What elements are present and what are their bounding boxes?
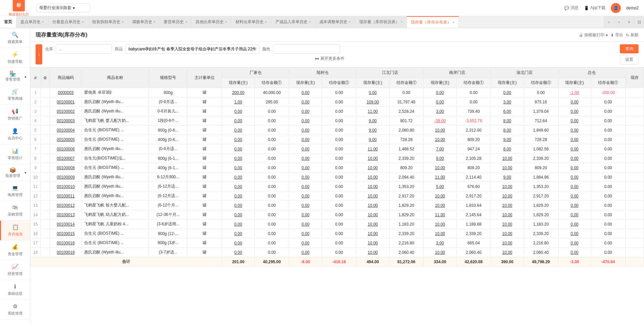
cell-yb-qty[interactable]: 9.00 [491,135,524,144]
cell-cj-qty[interactable]: 0.00 [222,173,255,182]
cell-yb-qty[interactable]: 10.00 [491,238,524,248]
sidebar-item-inventory[interactable]: 📋 库存核算 [0,221,30,240]
cell-jb-qty[interactable]: 10.00 [356,173,389,182]
company-selector[interactable]: 母婴行业演示陈套 ▾ [36,3,90,12]
cell-cj-qty[interactable]: 0.00 [222,238,255,248]
cell-yb-qty[interactable]: 10.00 [491,201,524,210]
sidebar-item-search[interactable]: 🔍 搜索英单 [0,28,30,48]
cell-na-qty[interactable]: 11.00 [424,210,457,220]
cell-lc-qty[interactable]: 0.00 [289,97,322,107]
cell-na-qty[interactable]: 10.00 [424,126,457,135]
cell-cj-qty[interactable]: 0.00 [222,154,255,163]
cell-jb-qty[interactable]: 10.00 [356,182,389,191]
cell-na-qty[interactable]: 10.00 [424,201,457,210]
cell-zg-qty[interactable]: 0.00 [558,116,591,126]
cell-na-qty[interactable]: 10.00 [424,191,457,201]
cell-zg-qty[interactable]: 0.00 [558,173,591,182]
cell-zg-qty[interactable]: 0.00 [558,238,591,248]
tab-kuanzhuang-close[interactable]: × [401,20,403,24]
cell-cj-qty[interactable]: 0.00 [222,116,255,126]
tab-diaopo[interactable]: 调拨单历史 × [128,16,160,28]
sidebar-item-purchase[interactable]: 🛍 采购管理 [0,201,30,221]
cell-zg-qty[interactable]: 0.00 [558,144,591,154]
tab-cailiao[interactable]: 材料出库单历史 × [231,16,271,28]
tab-chengben-close[interactable]: × [349,20,351,24]
cell-code[interactable]: 00100003 [50,116,82,126]
cell-zg-qty[interactable]: 0.00 [558,126,591,135]
sidebar-item-finance[interactable]: 💰 资金管理 [0,240,30,260]
export-btn[interactable]: ⬇ 导出 [610,32,623,38]
cell-cj-qty[interactable]: 0.00 [222,135,255,144]
cell-code[interactable]: 00100004 [50,126,82,135]
cell-zg-qty[interactable]: 0.00 [558,135,591,144]
cell-yb-qty[interactable]: 6.00 [491,107,524,116]
tab-current[interactable]: 现存量（库存分布表） × [407,16,459,28]
sidebar-item-retail[interactable]: 🏪 零售管理 ▲ [0,68,30,85]
cell-yb-qty[interactable]: 10.00 [491,163,524,173]
cell-cj-qty[interactable]: 0.00 [222,220,255,229]
cell-na-qty[interactable]: 10.00 [424,229,457,238]
cell-jb-qty[interactable]: 109.00 [356,97,389,107]
cell-jb-qty[interactable]: 10.00 [356,229,389,238]
cell-na-qty[interactable]: 3.00 [424,107,457,116]
tab-yaohuo[interactable]: 要货单历史 × [160,16,192,28]
tab-next-btn[interactable]: › [614,16,624,28]
cell-jb-qty[interactable]: 9.00 [356,126,389,135]
cell-code[interactable]: 00100002 [50,107,82,116]
print-btn[interactable]: 🖨 按模板打印 ▾ [579,32,608,38]
cell-zg-qty[interactable]: 0.00 [558,210,591,220]
sidebar-item-mall[interactable]: 🛒 零售商城 [0,85,30,105]
cell-zg-qty[interactable]: 0.00 [558,107,591,116]
sidebar-item-stats[interactable]: 📊 零售统计 [0,144,30,164]
cell-cj-qty[interactable]: 200.00 [222,88,255,97]
tab-close-all-btn[interactable]: × [624,16,634,28]
expand-conditions-btn[interactable]: ▾▾ 展开更多条件 [315,56,344,61]
tab-expand-btn[interactable]: ⊡ [634,16,644,28]
cell-zg-qty[interactable]: 0.00 [558,191,591,201]
cell-code[interactable]: 00100011 [50,191,82,201]
cell-jb-qty[interactable]: 10.00 [356,210,389,220]
tab-zuhe-close[interactable]: × [122,20,124,24]
cell-cj-qty[interactable]: 0.00 [222,229,255,238]
cell-cj-qty[interactable]: 0.00 [222,248,255,257]
sidebar-item-ecom[interactable]: 💻 电商管理 [0,181,30,201]
cell-lc-qty[interactable]: 0.00 [289,201,322,210]
cell-zg-qty[interactable]: 0.00 [558,154,591,163]
sidebar-item-wholesale[interactable]: 📦 批发管理 ▼ [0,164,30,181]
cell-lc-qty[interactable]: 0.00 [289,248,322,257]
tab-fenpandian-close[interactable]: × [82,20,84,24]
refresh-btn[interactable]: ↻ 刷新 [626,32,639,38]
cell-yb-qty[interactable]: 10.00 [491,191,524,201]
sidebar-item-system[interactable]: ⚙ 系统管理 [0,300,30,320]
query-btn[interactable]: 查询 [620,44,639,53]
cell-jb-qty[interactable]: 11.00 [356,144,389,154]
tab-diaopo-close[interactable]: × [154,20,156,24]
sidebar-item-nav[interactable]: ⚡ 快捷导航 [0,48,30,68]
cell-zg-qty[interactable]: 0.00 [558,163,591,173]
cell-jb-qty[interactable]: 10.00 [356,163,389,173]
cell-yb-qty[interactable]: 8.00 [491,116,524,126]
tab-prev-btn[interactable]: ‹ [604,16,614,28]
tab-fenpandian[interactable]: 分量盘点单历史 × [48,16,88,28]
cell-lc-qty[interactable]: 0.00 [289,126,322,135]
cell-na-qty[interactable]: 10.00 [424,135,457,144]
cell-code[interactable]: 00100013 [50,210,82,220]
cell-lc-qty[interactable]: 0.00 [289,173,322,182]
cell-cj-qty[interactable]: 0.00 [222,191,255,201]
cell-code[interactable]: 00100007 [50,154,82,163]
cell-lc-qty[interactable]: 0.00 [289,210,322,220]
cell-jb-qty[interactable]: 9.00 [356,116,389,126]
cell-lc-qty[interactable]: 0.00 [289,135,322,144]
tab-chengben[interactable]: 成本调整单历史 × [315,16,355,28]
tab-yaohuo-close[interactable]: × [185,20,187,24]
cell-yb-qty[interactable]: 10.00 [491,154,524,163]
cell-na-qty[interactable]: 11.00 [424,173,457,182]
cell-code[interactable]: 00100001 [50,97,82,107]
cell-yb-qty[interactable]: 9.00 [491,173,524,182]
tab-qita-close[interactable]: × [225,20,227,24]
cell-lc-qty[interactable]: 0.00 [289,229,322,238]
tab-current-close[interactable]: × [452,20,454,24]
cell-cj-qty[interactable]: 0.00 [222,182,255,191]
cell-lc-qty[interactable]: 0.00 [289,182,322,191]
cell-yb-qty[interactable]: 8.00 [491,126,524,135]
